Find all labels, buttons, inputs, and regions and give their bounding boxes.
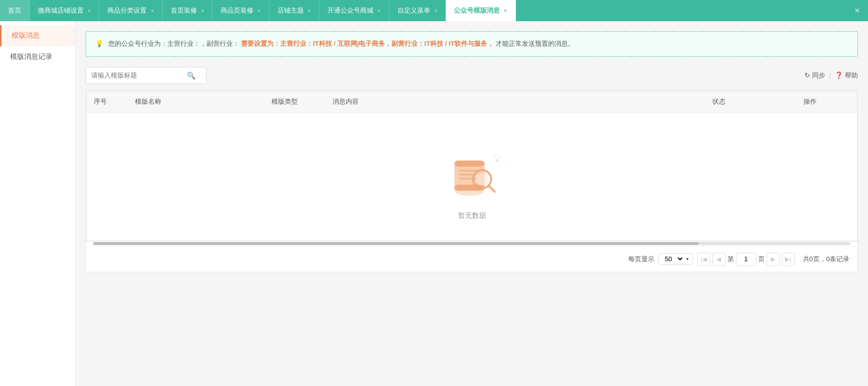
tab-public-template-close[interactable]: × — [504, 8, 507, 14]
tab-public-template[interactable]: 公众号模版消息 × — [446, 0, 515, 21]
page-unit: 页 — [758, 255, 765, 264]
page-label: 第 — [727, 255, 734, 264]
chevron-down-icon: ▾ — [686, 256, 689, 262]
notice-highlight: 需要设置为：主营行业：IT科技 / 互联网|电子商务，副营行业：IT科技 / I… — [241, 40, 494, 47]
page-first-button[interactable]: |◀ — [697, 253, 710, 266]
svg-point-11 — [494, 155, 496, 157]
help-button[interactable]: ❓ 帮助 — [835, 71, 858, 80]
svg-rect-2 — [454, 161, 485, 167]
page-next-button[interactable]: ▶ — [767, 253, 780, 266]
sidebar-item-template-msg[interactable]: 模版消息 — [0, 25, 75, 46]
tab-shop-theme[interactable]: 店铺主题 × — [270, 0, 319, 21]
main-layout: 模版消息 模版消息记录 💡 您的公众号行业为：主营行业：，副营行业： 需要设置为… — [0, 21, 868, 386]
tab-bar-global-close[interactable]: × — [846, 6, 868, 16]
notice-suffix: 才能正常发送预置的消息。 — [496, 40, 574, 47]
search-input-wrap[interactable]: 🔍 — [86, 67, 207, 84]
tab-home[interactable]: 首页 — [0, 0, 30, 21]
tab-micro-shop-label: 微商城店铺设置 — [38, 6, 84, 15]
notice-prefix: 您的公众号行业为：主营行业：，副营行业： — [108, 40, 239, 47]
tab-public-template-label: 公众号模版消息 — [454, 6, 500, 15]
search-bar: 🔍 ↻ 同步 | ❓ 帮助 — [86, 67, 858, 84]
sidebar: 模版消息 模版消息记录 — [0, 21, 76, 386]
tab-custom-menu-close[interactable]: × — [434, 8, 437, 14]
page-last-button[interactable]: ▶| — [782, 253, 795, 266]
search-icon[interactable]: 🔍 — [187, 71, 195, 80]
tab-product-decor[interactable]: 商品页装修 × — [213, 0, 269, 21]
page-number-input[interactable] — [736, 253, 756, 266]
tab-bar: 首页 微商城店铺设置 × 商品分类设置 × 首页装修 × 商品页装修 × 店铺主… — [0, 0, 868, 21]
page-size-dropdown[interactable]: 50 10 20 100 — [663, 255, 684, 263]
col-type: 模版类型 — [264, 91, 325, 112]
help-icon: ❓ — [835, 71, 843, 79]
tab-home-decor-label: 首页装修 — [171, 6, 197, 15]
tab-open-public-mall-close[interactable]: × — [377, 8, 380, 14]
col-action: 操作 — [796, 91, 857, 112]
tab-product-category[interactable]: 商品分类设置 × — [99, 0, 162, 21]
sync-label: 同步 — [812, 71, 825, 80]
tab-open-public-mall-label: 开通公众号商城 — [327, 6, 373, 15]
tab-product-decor-label: 商品页装修 — [221, 6, 253, 15]
page-size-select[interactable]: 50 10 20 100 ▾ — [658, 253, 693, 265]
tab-home-decor-close[interactable]: × — [201, 8, 204, 14]
toolbar-divider: | — [829, 71, 831, 79]
svg-point-10 — [496, 159, 499, 162]
scrollbar-area — [86, 241, 857, 246]
sync-icon: ↻ — [805, 71, 810, 79]
empty-illustration — [442, 143, 502, 203]
tab-product-decor-close[interactable]: × — [257, 8, 260, 14]
tab-micro-shop-close[interactable]: × — [88, 8, 91, 14]
page-input-wrap: 第 页 — [727, 253, 765, 266]
table-wrapper: 序号 模版名称 模版类型 消息内容 状态 操作 — [86, 90, 858, 272]
pagination-controls: |◀ ◀ 第 页 ▶ ▶| — [697, 253, 795, 266]
data-table: 序号 模版名称 模版类型 消息内容 状态 操作 — [86, 91, 857, 241]
tab-open-public-mall[interactable]: 开通公众号商城 × — [319, 0, 389, 21]
tab-product-category-close[interactable]: × — [151, 8, 154, 14]
tab-custom-menu-label: 自定义菜单 — [397, 6, 430, 15]
tab-shop-theme-label: 店铺主题 — [278, 6, 304, 15]
tab-home-label: 首页 — [8, 6, 21, 15]
empty-state-row: 暂无数据 — [87, 112, 857, 241]
content-area: 💡 您的公众号行业为：主营行业：，副营行业： 需要设置为：主营行业：IT科技 /… — [76, 21, 868, 386]
total-info: 共0页，0条记录 — [803, 255, 849, 264]
svg-line-9 — [489, 186, 495, 192]
svg-point-12 — [499, 156, 500, 158]
help-label: 帮助 — [845, 71, 858, 80]
tab-home-decor[interactable]: 首页装修 × — [163, 0, 213, 21]
scrollbar-track[interactable] — [93, 242, 850, 245]
sidebar-item-template-msg-record[interactable]: 模版消息记录 — [0, 46, 75, 67]
tab-custom-menu[interactable]: 自定义菜单 × — [389, 0, 446, 21]
page-prev-button[interactable]: ◀ — [712, 253, 725, 266]
tab-micro-shop[interactable]: 微商城店铺设置 × — [30, 0, 99, 21]
col-index: 序号 — [87, 91, 128, 112]
svg-point-8 — [476, 173, 488, 185]
col-status: 状态 — [705, 91, 796, 112]
scrollbar-thumb[interactable] — [93, 242, 699, 245]
notice-banner: 💡 您的公众号行业为：主营行业：，副营行业： 需要设置为：主营行业：IT科技 /… — [86, 31, 858, 57]
search-input[interactable] — [91, 71, 187, 79]
tab-shop-theme-close[interactable]: × — [308, 8, 311, 14]
pagination-bar: 每页显示 50 10 20 100 ▾ |◀ ◀ 第 — [86, 246, 857, 272]
tab-product-category-label: 商品分类设置 — [107, 6, 147, 15]
toolbar-right: ↻ 同步 | ❓ 帮助 — [805, 71, 858, 80]
notice-icon: 💡 — [95, 40, 103, 47]
col-name: 模版名称 — [128, 91, 264, 112]
empty-state: 暂无数据 — [87, 113, 857, 241]
page-size-label: 每页显示 — [628, 255, 654, 264]
empty-text: 暂无数据 — [458, 211, 486, 220]
sync-button[interactable]: ↻ 同步 — [805, 71, 825, 80]
table-header-row: 序号 模版名称 模版类型 消息内容 状态 操作 — [87, 91, 857, 112]
col-content: 消息内容 — [325, 91, 705, 112]
